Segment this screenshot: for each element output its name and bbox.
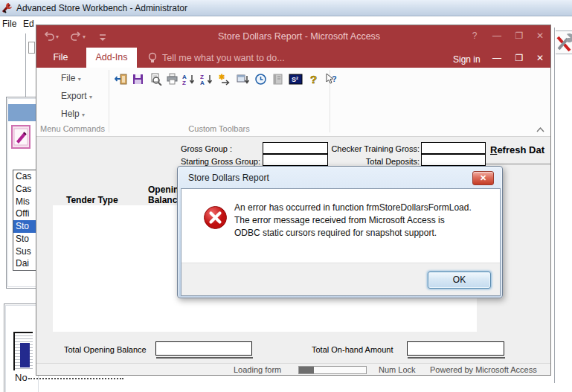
total-onhand-amount-label: Total On-hand Amount: [312, 345, 393, 354]
list-item[interactable]: Dai: [13, 257, 37, 270]
dialog-message-area: An error has occurred in function frmSto…: [181, 189, 500, 263]
refresh-data-button[interactable]: Refresh Dat: [490, 144, 544, 155]
checker-training-gross-label: Checker Training Gross:: [319, 144, 420, 153]
list-item[interactable]: Sto: [13, 233, 37, 245]
book-icon: [271, 73, 285, 86]
left-panel-divider: [25, 33, 26, 97]
access-window-title: Store Dollars Report - Microsoft Access: [218, 31, 380, 42]
checker-training-gross-input[interactable]: [421, 142, 486, 154]
minimize-button[interactable]: —: [488, 51, 506, 65]
sidebar-header-band: [8, 104, 36, 121]
dialog-body: An error has occurred in function frmSto…: [181, 188, 501, 296]
column-header-balance: Balanc: [148, 195, 177, 205]
app-menu-file[interactable]: File: [2, 19, 16, 29]
app-wrench-icon: [1, 2, 13, 14]
ribbon-menu-export[interactable]: Export ▾: [61, 91, 92, 101]
sort-az-icon[interactable]: AZ: [182, 73, 196, 86]
redo-icon[interactable]: ▾: [70, 29, 88, 44]
textbox-shadow: [156, 357, 253, 359]
error-message-line: ODBC static cursors required for snapsho…: [234, 228, 437, 238]
close-button[interactable]: ✕: [531, 51, 549, 65]
refresh-button-edge: [486, 164, 550, 164]
access-titlebar: ▾ ▾ Store Dollars Report - Microsoft Acc…: [36, 25, 550, 68]
tab-add-ins[interactable]: Add-Ins: [86, 48, 137, 68]
total-onhand-amount-input[interactable]: [407, 341, 504, 356]
toolbar-button-partial[interactable]: [28, 42, 35, 54]
undo-icon[interactable]: ▾: [43, 29, 61, 44]
help-pointer-icon[interactable]: ?: [324, 73, 338, 86]
list-item[interactable]: Cas: [13, 170, 37, 183]
error-message-line: The error message received from Microsof…: [234, 215, 445, 225]
restore-button[interactable]: ❐: [510, 51, 528, 65]
app-titlebar: Advanced Store Workbench - Administrator: [0, 0, 572, 16]
sort-za-icon[interactable]: ZA: [200, 73, 213, 86]
total-deposits-input[interactable]: [421, 154, 486, 166]
list-item[interactable]: Mis: [13, 196, 37, 208]
list-item[interactable]: Offi: [13, 208, 37, 220]
num-lock-indicator: Num Lock: [379, 365, 416, 374]
tools-wrench-icon[interactable]: [556, 30, 572, 54]
svg-text:✱: ✱: [219, 73, 225, 81]
ribbon: File ▾ Export ▾ Help ▾ AZ ZA: [36, 68, 550, 137]
app-window-title: Advanced Store Workbench - Administrator: [16, 3, 187, 13]
covered-label-strikeout: [28, 378, 123, 379]
dialog-title: Store Dollars Report: [188, 173, 269, 183]
sql-property-icon[interactable]: S²: [289, 73, 302, 86]
print-icon[interactable]: [166, 73, 179, 86]
total-opening-balance-input[interactable]: [155, 341, 252, 356]
group-label-custom-toolbars: Custom Toolbars: [109, 124, 330, 133]
list-item[interactable]: Cas: [13, 183, 37, 196]
tab-file[interactable]: File: [44, 48, 77, 68]
gross-group-input[interactable]: [263, 142, 328, 154]
svg-text:S²: S²: [292, 76, 298, 83]
group-label-menu-commands: Menu Commands: [36, 124, 109, 133]
covered-label-text: No: [15, 372, 28, 383]
loading-progress-bar: [298, 366, 367, 374]
collapse-ribbon-icon[interactable]: [536, 122, 544, 135]
ribbon-menu-file[interactable]: File ▾: [61, 73, 81, 83]
svg-text:A: A: [200, 80, 205, 86]
error-dialog: Store Dollars Report ✕ An error has occu…: [177, 166, 503, 298]
go-to-new-icon[interactable]: ✱: [219, 73, 232, 86]
access-help-button[interactable]: ?: [466, 29, 483, 42]
status-loading-text: Loading form: [234, 365, 281, 374]
tell-me-text: Tell me what you want to do...: [162, 53, 285, 63]
dialog-close-button[interactable]: ✕: [472, 171, 494, 185]
status-bar: Loading form Num Lock Powered by Microso…: [36, 363, 550, 375]
tell-me-box[interactable]: Tell me what you want to do...: [148, 48, 285, 68]
ok-button[interactable]: OK: [428, 271, 491, 289]
tender-type-listbox[interactable]: Cas Cas Mis Offi Sto Sto Sus Dai: [13, 170, 38, 271]
access-restore-button[interactable]: ❐: [510, 29, 528, 42]
svg-text:?: ?: [310, 73, 317, 86]
help-icon[interactable]: ?: [308, 73, 321, 86]
print-preview-icon[interactable]: [150, 73, 163, 86]
window-refresh-icon[interactable]: [237, 73, 250, 86]
ribbon-menu-help[interactable]: Help ▾: [61, 109, 85, 119]
textbox-shadow: [408, 357, 505, 359]
lightbulb-icon: [148, 52, 157, 64]
error-icon: [203, 205, 228, 230]
sign-in-button[interactable]: Sign in: [453, 54, 481, 65]
svg-text:Z: Z: [182, 80, 186, 86]
form-pink-icon[interactable]: [11, 125, 30, 149]
starting-gross-group-label: Starting Gross Group:: [181, 157, 260, 166]
customize-quick-access-icon[interactable]: [99, 30, 117, 45]
access-minimize-button[interactable]: —: [488, 29, 506, 42]
import-door-icon[interactable]: [115, 73, 128, 86]
column-header-tender-type: Tender Type: [66, 195, 118, 205]
dialog-footer: OK: [181, 263, 500, 295]
total-deposits-label: Total Deposits:: [319, 157, 420, 166]
right-panel-divider: [554, 28, 555, 383]
gross-group-label: Gross Group :: [181, 144, 232, 153]
screen: Advanced Store Workbench - Administrator…: [0, 0, 572, 392]
app-menu-edit[interactable]: Ed: [23, 19, 34, 29]
list-item[interactable]: Sus: [13, 245, 37, 258]
starting-gross-group-input[interactable]: [263, 154, 328, 166]
error-message-line: An error has occurred in function frmSto…: [234, 202, 472, 213]
list-item-selected[interactable]: Sto: [13, 220, 37, 233]
save-icon[interactable]: [132, 73, 145, 86]
powered-by-text: Powered by Microsoft Access: [430, 365, 537, 374]
clock-icon[interactable]: [254, 73, 268, 86]
access-close-button[interactable]: ✕: [531, 29, 549, 42]
svg-text:?: ?: [332, 74, 337, 83]
